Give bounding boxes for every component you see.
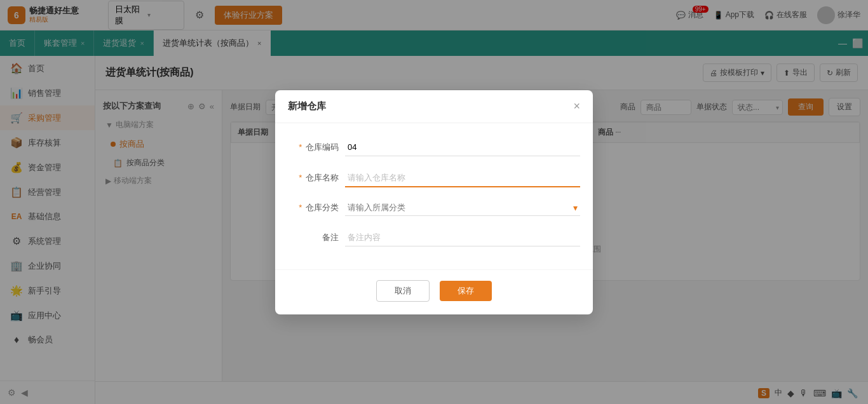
warehouse-name-input[interactable] [345, 169, 580, 187]
form-row-category: * 仓库分类 ▾ [288, 200, 580, 216]
modal-close-button[interactable]: × [573, 100, 580, 112]
form-row-code: * 仓库编码 [288, 138, 580, 156]
save-button[interactable]: 保存 [440, 281, 492, 301]
category-input[interactable] [348, 203, 573, 212]
form-row-name: * 仓库名称 [288, 169, 580, 187]
modal-footer: 取消 保存 [275, 269, 593, 314]
category-chevron-icon: ▾ [573, 203, 578, 213]
cancel-button[interactable]: 取消 [376, 280, 430, 302]
form-row-remark: 备注 [288, 229, 580, 246]
category-label: * 仓库分类 [288, 202, 345, 213]
warehouse-code-input[interactable] [345, 138, 580, 156]
required-star: * [299, 142, 302, 152]
name-label: * 仓库名称 [288, 172, 345, 184]
modal-header: 新增仓库 × [275, 90, 593, 123]
modal-overlay: 新增仓库 × * 仓库编码 * 仓库名称 [0, 0, 868, 404]
required-star-name: * [299, 173, 302, 182]
modal-body: * 仓库编码 * 仓库名称 * 仓库分类 [275, 123, 593, 269]
remark-label: 备注 [288, 232, 345, 243]
warehouse-category-select[interactable]: ▾ [345, 200, 580, 216]
remark-input[interactable] [345, 229, 580, 246]
new-warehouse-modal: 新增仓库 × * 仓库编码 * 仓库名称 [275, 90, 593, 314]
required-star-cat: * [299, 203, 302, 212]
code-label: * 仓库编码 [288, 142, 345, 153]
modal-title: 新增仓库 [288, 100, 326, 112]
